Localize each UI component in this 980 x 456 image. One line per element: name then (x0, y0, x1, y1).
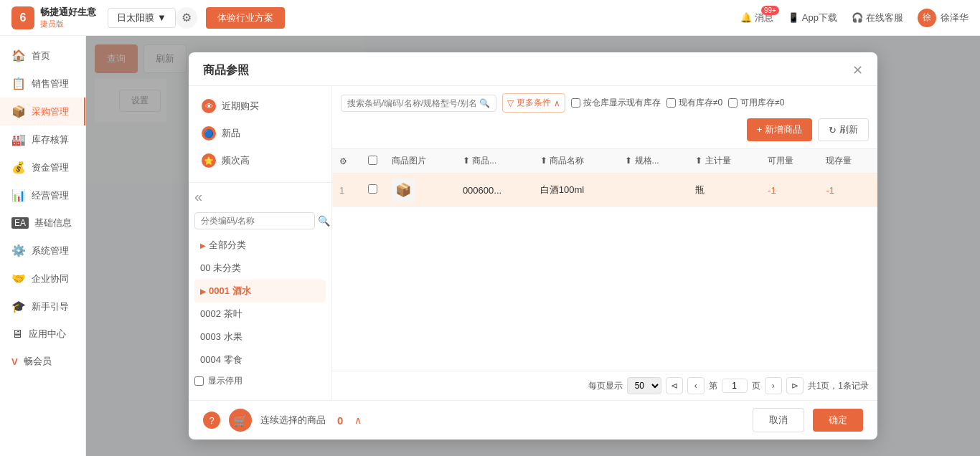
sales-icon: 📋 (11, 77, 26, 90)
left-tabs: 👁 近期购买 🔵 新品 ⭐ 频次高 (189, 93, 331, 179)
col-name[interactable]: ⬆ 商品名称 (533, 149, 618, 174)
col-code[interactable]: ⬆ 商品... (456, 149, 533, 174)
sidebar-item-basic[interactable]: EA 基础信息 (0, 209, 85, 237)
tab-recent[interactable]: 👁 近期购买 (194, 93, 326, 119)
user-profile[interactable]: 徐 徐泽华 (918, 9, 969, 27)
finance-icon: 💰 (11, 161, 26, 174)
check-all-cb[interactable] (368, 156, 377, 165)
new-icon: 🔵 (202, 126, 216, 141)
col-available: 可用量 (760, 149, 819, 174)
confirm-btn[interactable]: 确定 (813, 409, 863, 432)
topnav: 6 畅捷通好生意 捷员版 日太阳膜 ▼ ⚙ 体验行业方案 🔔 消息 99+ 📱 … (0, 0, 980, 36)
coop-icon: 🤝 (11, 272, 26, 285)
refresh-btn[interactable]: ↻ 刷新 (818, 118, 869, 141)
help-btn[interactable]: ? (203, 412, 220, 429)
row-name: 白酒100ml (533, 174, 618, 207)
cat-item-0002[interactable]: 0002 茶叶 (194, 303, 326, 326)
service-btn[interactable]: 🎧 在线客服 (852, 11, 903, 24)
cat-item-0004[interactable]: 0004 零食 (194, 348, 326, 369)
exp-btn[interactable]: 体验行业方案 (206, 7, 285, 29)
show-disabled-row: 显示停用 (189, 369, 331, 393)
col-unit[interactable]: ⬆ 主计量 (688, 149, 760, 174)
sidebar-item-finance[interactable]: 💰 资金管理 (0, 153, 85, 181)
bell-icon: 🔔 (740, 12, 752, 23)
cat-item-0003[interactable]: 0003 水果 (194, 326, 326, 348)
sidebar-item-member[interactable]: V 畅会员 (0, 348, 85, 375)
modal-right-panel: 🔍 ▽ 更多条件 ∧ 按仓库显示现有库存 (332, 86, 877, 400)
divider (189, 182, 331, 183)
cat-item-all[interactable]: ▶ 全部分类 (194, 234, 326, 257)
sidebar-item-guide[interactable]: 🎓 新手引导 (0, 293, 85, 320)
cat-search-input[interactable] (194, 212, 315, 229)
pg-last-btn[interactable]: ⊳ (786, 377, 804, 394)
row-available: -1 (760, 174, 819, 207)
collapse-footer-btn[interactable]: ∧ (354, 414, 362, 426)
sidebar-item-purchase[interactable]: 📦 采购管理 (0, 98, 85, 125)
cat-search-icon[interactable]: 🔍 (318, 215, 330, 227)
logo-icon: 6 (11, 6, 34, 29)
modal-left-panel: 👁 近期购买 🔵 新品 ⭐ 频次高 (189, 86, 332, 400)
system-icon: ⚙️ (11, 244, 26, 257)
guide-icon: 🎓 (11, 300, 26, 313)
tab-freq[interactable]: ⭐ 频次高 (194, 148, 326, 174)
sidebar-item-ops[interactable]: 📊 经营管理 (0, 181, 85, 209)
sidebar-item-sales[interactable]: 📋 销售管理 (0, 70, 85, 98)
cat-search-row: 🔍 (189, 208, 331, 234)
row-check[interactable] (361, 174, 385, 207)
arrow-active-icon: ▶ (200, 288, 206, 295)
gear-button[interactable]: ⚙ (176, 7, 197, 29)
continuous-label: 连续选择的商品 (260, 414, 326, 427)
table-row[interactable]: 1 📦 000600... 白酒100ml 瓶 (332, 174, 877, 207)
stock-icon: 🏭 (11, 133, 26, 146)
sidebar-item-home[interactable]: 🏠 首页 (0, 42, 85, 70)
nav-selector[interactable]: 日太阳膜 ▼ (108, 8, 176, 28)
cat-item-0001[interactable]: ▶ 0001 酒水 (194, 280, 326, 303)
add-product-btn[interactable]: + 新增商品 (747, 118, 812, 141)
show-disabled-checkbox[interactable] (194, 376, 204, 386)
filter-search-box[interactable]: 🔍 (341, 95, 496, 112)
check-stock[interactable]: 现有库存≠0 (666, 97, 722, 109)
sidebar-item-coop[interactable]: 🤝 企业协同 (0, 265, 85, 293)
col-check-all[interactable] (361, 149, 385, 174)
sidebar-item-stock[interactable]: 🏭 库存核算 (0, 125, 85, 153)
pg-first-btn[interactable]: ⊲ (666, 377, 683, 394)
topnav-right: 🔔 消息 99+ 📱 App下载 🎧 在线客服 徐 徐泽华 (740, 9, 969, 27)
sidebar-item-apps[interactable]: 🖥 应用中心 (0, 320, 85, 348)
check-warehouse[interactable]: 按仓库显示现有库存 (571, 97, 661, 109)
modal-close-button[interactable]: ✕ (852, 62, 863, 78)
notif-badge: 99+ (761, 6, 779, 15)
col-image: 商品图片 (385, 149, 456, 174)
check-warehouse-cb[interactable] (571, 98, 580, 108)
modal-title: 商品参照 (203, 63, 249, 78)
pg-prev-btn[interactable]: ‹ (687, 377, 705, 394)
row-checkbox[interactable] (368, 184, 377, 194)
row-unit: 瓶 (688, 174, 760, 207)
check-available-cb[interactable] (728, 98, 738, 108)
cancel-btn[interactable]: 取消 (753, 408, 804, 432)
pg-next-btn[interactable]: › (765, 377, 782, 394)
cart-btn[interactable]: 🛒 (229, 409, 252, 432)
product-search-input[interactable] (347, 98, 476, 108)
col-spec[interactable]: ⬆ 规格... (618, 149, 688, 174)
sidebar: 🏠 首页 📋 销售管理 📦 采购管理 🏭 库存核算 💰 资金管理 📊 经营管理 … (0, 36, 86, 456)
product-modal: 商品参照 ✕ 👁 近期购买 🔵 (189, 52, 877, 440)
search-icon[interactable]: 🔍 (479, 98, 490, 108)
notification-btn[interactable]: 🔔 消息 99+ (740, 11, 773, 24)
cat-item-00[interactable]: 00 未分类 (194, 257, 326, 280)
row-spec (618, 174, 688, 207)
col-settings[interactable]: ⚙ (332, 149, 361, 174)
show-disabled-label: 显示停用 (208, 375, 242, 387)
app-download-btn[interactable]: 📱 App下载 (788, 11, 837, 24)
tab-new[interactable]: 🔵 新品 (194, 120, 326, 146)
collapse-btn[interactable]: « (194, 189, 202, 205)
check-available[interactable]: 可用库存≠0 (728, 97, 784, 109)
sidebar-item-system[interactable]: ⚙️ 系统管理 (0, 237, 85, 265)
pg-input[interactable] (722, 379, 748, 393)
filter-more-btn[interactable]: ▽ 更多条件 ∧ (502, 93, 565, 113)
product-table: ⚙ 商品图片 ⬆ 商品... ⬆ 商品名称 (332, 149, 877, 207)
row-image: 📦 (385, 174, 456, 207)
per-page-select[interactable]: 50 (627, 377, 661, 394)
check-stock-cb[interactable] (666, 98, 676, 108)
col-stock: 现存量 (819, 149, 877, 174)
basic-icon: EA (11, 217, 29, 229)
